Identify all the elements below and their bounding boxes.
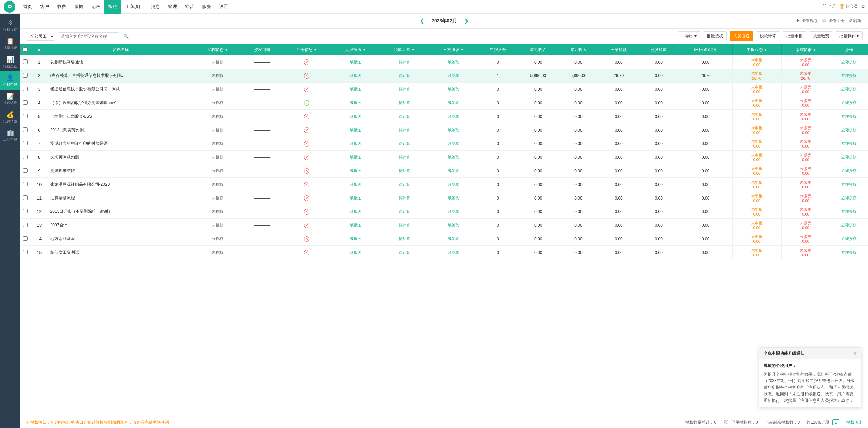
row-action[interactable]: 立即授权 bbox=[830, 83, 868, 96]
row-checkbox-cell[interactable] bbox=[20, 55, 31, 69]
nav-item-记账[interactable]: 记账 bbox=[87, 0, 104, 14]
search-button[interactable]: 🔍 bbox=[122, 32, 130, 40]
row-tax-calc[interactable]: 待计算 bbox=[380, 123, 429, 137]
sidebar-item-3[interactable]: 👤个税申报 bbox=[0, 71, 20, 90]
operation-video-btn[interactable]: ▶ 操作视频 bbox=[796, 18, 818, 24]
row-tax-calc[interactable]: 待计算 bbox=[380, 69, 429, 83]
nav-item-客户[interactable]: 客户 bbox=[36, 0, 53, 14]
header-checkbox[interactable] bbox=[20, 44, 31, 55]
row-checkbox-cell[interactable] bbox=[20, 151, 31, 164]
row-tri-agreement[interactable]: 续签取 bbox=[429, 110, 478, 123]
employee-filter[interactable]: 全部员工 bbox=[26, 32, 55, 41]
row-tax-calc[interactable]: 待计算 bbox=[380, 110, 429, 123]
row-checkbox-cell[interactable] bbox=[20, 246, 31, 259]
row-person-report[interactable]: 续报送 bbox=[331, 164, 380, 178]
row-action[interactable]: 立即授权 bbox=[830, 232, 868, 246]
sidebar-item-2[interactable]: 📊报税总览 bbox=[0, 53, 20, 71]
row-person-report[interactable]: 续报送 bbox=[331, 232, 380, 246]
person-report-btn[interactable]: 人员报送 bbox=[730, 31, 753, 41]
row-person-report[interactable]: 续报送 bbox=[331, 205, 380, 219]
row-tri-agreement[interactable]: 续签取 bbox=[429, 55, 478, 69]
row-tri-agreement[interactable]: 续签取 bbox=[429, 191, 478, 205]
row-action[interactable]: 立即授权 bbox=[830, 55, 868, 69]
row-tri-agreement[interactable]: 续签取 bbox=[429, 151, 478, 164]
sidebar-item-0[interactable]: ⚙报税设置 bbox=[0, 16, 20, 35]
batch-auth-btn[interactable]: 批量授权 bbox=[703, 31, 727, 41]
row-person-report[interactable]: 续报送 bbox=[331, 246, 380, 259]
row-checkbox-cell[interactable] bbox=[20, 191, 31, 205]
row-checkbox-cell[interactable] bbox=[20, 164, 31, 178]
refresh-btn[interactable]: ↺ 刷新 bbox=[849, 18, 861, 24]
prev-month-btn[interactable]: ❮ bbox=[418, 17, 426, 25]
next-month-btn[interactable]: ❯ bbox=[462, 17, 471, 25]
row-tax-calc[interactable]: 待计算 bbox=[380, 164, 429, 178]
row-tri-agreement[interactable]: 续签取 bbox=[429, 137, 478, 151]
row-tax-calc[interactable]: 待计算 bbox=[380, 219, 429, 232]
row-tri-agreement[interactable]: 续签取 bbox=[429, 96, 478, 110]
sidebar-item-1[interactable]: 📋批量报税 bbox=[0, 35, 20, 53]
row-person-report[interactable]: 续报送 bbox=[331, 191, 380, 205]
row-tax-calc[interactable]: 待计算 bbox=[380, 83, 429, 96]
row-tri-agreement[interactable]: 续签取 bbox=[429, 123, 478, 137]
tax-calc-btn[interactable]: 税款计算 bbox=[756, 31, 780, 41]
batch-ops-btn[interactable]: 批量操作 ▾ bbox=[836, 31, 863, 41]
header-auth-status[interactable]: 授权状态 ▼ bbox=[193, 44, 242, 55]
sidebar-item-5[interactable]: 💰汇算清缴 bbox=[0, 108, 20, 126]
row-tri-agreement[interactable]: 续签取 bbox=[429, 83, 478, 96]
sidebar-item-4[interactable]: 📝报税记录 bbox=[0, 90, 20, 108]
row-action[interactable]: 立即授权 bbox=[830, 246, 868, 259]
user-btn[interactable]: ✿ bbox=[861, 4, 865, 9]
row-person-report[interactable]: 续报送 bbox=[331, 110, 380, 123]
nav-item-首页[interactable]: 首页 bbox=[19, 0, 36, 14]
header-pay-status[interactable]: 缴费状态 ▼ bbox=[781, 44, 830, 55]
row-action[interactable]: 立即授权 bbox=[830, 110, 868, 123]
row-action[interactable]: 立即授权 bbox=[830, 96, 868, 110]
batch-declare-btn[interactable]: 批量申报 bbox=[783, 31, 806, 41]
row-person-report[interactable]: 续报送 bbox=[331, 219, 380, 232]
page-num[interactable]: 1 bbox=[832, 419, 839, 425]
row-action[interactable]: 立即授权 bbox=[830, 178, 868, 191]
row-checkbox-cell[interactable] bbox=[20, 232, 31, 246]
row-person-report[interactable]: 续报送 bbox=[331, 151, 380, 164]
row-person-report[interactable]: 续报送 bbox=[331, 137, 380, 151]
row-checkbox-cell[interactable] bbox=[20, 137, 31, 151]
header-reg-info[interactable]: 注册信息 ▼ bbox=[282, 44, 331, 55]
nav-item-经营[interactable]: 经营 bbox=[181, 0, 198, 14]
row-tax-calc[interactable]: 待计算 bbox=[380, 96, 429, 110]
row-tri-agreement[interactable]: 续签取 bbox=[429, 164, 478, 178]
nav-item-收费[interactable]: 收费 bbox=[53, 0, 70, 14]
notification-close-btn[interactable]: × bbox=[854, 350, 857, 356]
row-action[interactable]: 立即授权 bbox=[830, 164, 868, 178]
nav-item-设置[interactable]: 设置 bbox=[215, 0, 232, 14]
row-tax-calc[interactable]: 待计算 bbox=[380, 232, 429, 246]
operation-manual-btn[interactable]: 📖 操作手册 bbox=[822, 18, 844, 24]
member-btn[interactable]: 🏆 畅会员 bbox=[839, 4, 858, 10]
row-checkbox-cell[interactable] bbox=[20, 96, 31, 110]
batch-pay-btn[interactable]: 批量缴费 bbox=[809, 31, 833, 41]
row-checkbox-cell[interactable] bbox=[20, 83, 31, 96]
row-person-report[interactable]: 续报送 bbox=[331, 55, 380, 69]
row-tax-calc[interactable]: 待计算 bbox=[380, 178, 429, 191]
sidebar-item-6[interactable]: 🏢工商年报 bbox=[0, 126, 20, 145]
nav-item-工商项目[interactable]: 工商项目 bbox=[121, 0, 147, 14]
row-tri-agreement[interactable]: 续签取 bbox=[429, 246, 478, 259]
row-checkbox-cell[interactable] bbox=[20, 178, 31, 191]
row-action[interactable]: 立即授权 bbox=[830, 137, 868, 151]
row-person-report[interactable]: 续报送 bbox=[331, 96, 380, 110]
row-tri-agreement[interactable]: 续签取 bbox=[429, 232, 478, 246]
header-tax-calc[interactable]: 税款计算 ▼ bbox=[380, 44, 429, 55]
row-checkbox-cell[interactable] bbox=[20, 123, 31, 137]
row-tri-agreement[interactable]: 续签取 bbox=[429, 69, 478, 83]
row-person-report[interactable]: 续报送 bbox=[331, 83, 380, 96]
row-action[interactable]: 立即授权 bbox=[830, 191, 868, 205]
header-tri-agreement[interactable]: 三方协议 ▼ bbox=[429, 44, 478, 55]
nav-item-服务[interactable]: 服务 bbox=[198, 0, 215, 14]
row-action[interactable]: 立即授权 bbox=[830, 205, 868, 219]
row-tax-calc[interactable]: 待计算 bbox=[380, 137, 429, 151]
row-tax-calc[interactable]: 待计算 bbox=[380, 246, 429, 259]
row-tax-calc[interactable]: 待计算 bbox=[380, 55, 429, 69]
row-tax-calc[interactable]: 待计算 bbox=[380, 205, 429, 219]
nav-item-报税[interactable]: 报税 bbox=[104, 0, 121, 14]
nav-item-消息[interactable]: 消息 bbox=[147, 0, 164, 14]
nav-item-票据[interactable]: 票据 bbox=[70, 0, 87, 14]
